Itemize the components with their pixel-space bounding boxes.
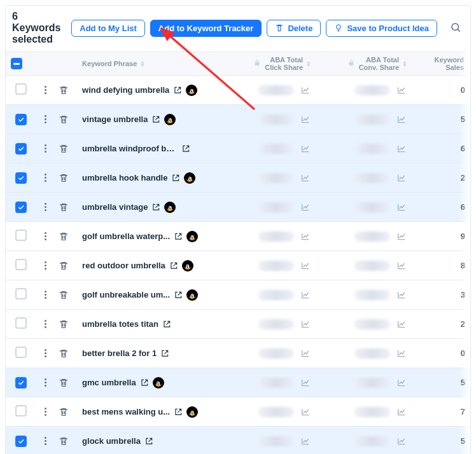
row-menu-button[interactable] xyxy=(42,115,49,123)
external-link-icon[interactable] xyxy=(174,232,183,241)
chart-icon[interactable] xyxy=(300,378,311,388)
row-menu-button[interactable] xyxy=(42,86,49,94)
col-header-aba-conv-share[interactable]: ABA TotalConv. Share xyxy=(316,52,412,76)
row-checkbox[interactable] xyxy=(15,202,27,213)
chart-icon[interactable] xyxy=(300,144,311,154)
amazon-icon[interactable]: a xyxy=(186,289,198,301)
row-delete-button[interactable] xyxy=(59,290,72,300)
row-checkbox[interactable] xyxy=(15,347,27,358)
chart-icon[interactable] xyxy=(300,436,311,446)
col-header-aba-click-share[interactable]: ABA TotalClick Share xyxy=(220,52,316,76)
add-to-keyword-tracker-button[interactable]: Add to Keyword Tracker xyxy=(150,20,262,37)
row-menu-button[interactable] xyxy=(42,144,49,153)
row-menu-button[interactable] xyxy=(42,320,49,328)
external-link-icon[interactable] xyxy=(151,203,160,212)
row-delete-button[interactable] xyxy=(59,144,72,154)
keyword-sales-value: 7 xyxy=(412,397,471,427)
chart-icon[interactable] xyxy=(300,85,311,95)
chart-icon[interactable] xyxy=(300,290,311,300)
row-checkbox[interactable] xyxy=(15,259,27,270)
row-checkbox[interactable] xyxy=(15,114,27,125)
row-checkbox[interactable] xyxy=(15,288,27,299)
chart-icon[interactable] xyxy=(300,407,311,417)
row-checkbox[interactable] xyxy=(15,83,27,95)
row-menu-button[interactable] xyxy=(42,174,49,182)
row-delete-button[interactable] xyxy=(59,85,72,95)
external-link-icon[interactable] xyxy=(174,408,183,416)
external-link-icon[interactable] xyxy=(174,291,183,299)
row-checkbox[interactable] xyxy=(15,317,27,329)
chart-icon[interactable] xyxy=(396,290,407,300)
chart-icon[interactable] xyxy=(396,407,407,417)
chart-icon[interactable] xyxy=(300,319,311,329)
external-link-icon[interactable] xyxy=(162,320,171,329)
amazon-icon[interactable]: a xyxy=(164,114,176,125)
chart-icon[interactable] xyxy=(396,436,407,446)
search-button[interactable] xyxy=(447,19,464,38)
row-delete-button[interactable] xyxy=(59,436,72,446)
row-menu-button[interactable] xyxy=(42,349,49,357)
row-menu-button[interactable] xyxy=(42,261,49,270)
row-menu-button[interactable] xyxy=(42,378,49,387)
col-header-keyword-phrase[interactable]: Keyword Phrase xyxy=(77,52,220,76)
row-checkbox[interactable] xyxy=(15,172,27,184)
amazon-icon[interactable]: a xyxy=(164,202,176,213)
lock-icon xyxy=(347,59,355,68)
amazon-icon[interactable]: a xyxy=(153,377,164,389)
external-link-icon[interactable] xyxy=(171,174,180,182)
chart-icon[interactable] xyxy=(300,261,311,271)
external-link-icon[interactable] xyxy=(173,86,182,95)
amazon-icon[interactable]: a xyxy=(186,406,198,418)
external-link-icon[interactable] xyxy=(151,115,160,124)
row-menu-button[interactable] xyxy=(42,291,49,299)
chart-icon[interactable] xyxy=(396,231,407,242)
chart-icon[interactable] xyxy=(396,85,407,95)
chart-icon[interactable] xyxy=(300,114,311,125)
chart-icon[interactable] xyxy=(396,319,407,329)
chart-icon[interactable] xyxy=(396,114,407,125)
row-delete-button[interactable] xyxy=(59,261,72,271)
row-delete-button[interactable] xyxy=(59,348,72,359)
save-to-product-idea-button[interactable]: Save to Product Idea xyxy=(326,20,437,37)
row-checkbox[interactable] xyxy=(15,405,27,416)
row-delete-button[interactable] xyxy=(59,378,72,388)
chart-icon[interactable] xyxy=(396,348,407,359)
external-link-icon[interactable] xyxy=(181,144,190,153)
row-menu-button[interactable] xyxy=(42,408,49,416)
row-delete-button[interactable] xyxy=(59,173,72,183)
chart-icon[interactable] xyxy=(396,173,407,183)
row-delete-button[interactable] xyxy=(59,231,72,242)
row-menu-button[interactable] xyxy=(42,437,49,445)
select-all-checkbox[interactable] xyxy=(11,58,22,69)
chart-icon[interactable] xyxy=(300,173,311,183)
row-checkbox[interactable] xyxy=(15,143,27,155)
external-link-icon[interactable] xyxy=(144,437,153,446)
external-link-icon[interactable] xyxy=(160,349,169,358)
delete-button[interactable]: Delete xyxy=(267,20,321,37)
row-delete-button[interactable] xyxy=(59,319,72,329)
chart-icon[interactable] xyxy=(396,202,407,212)
chart-icon[interactable] xyxy=(396,261,407,271)
row-menu-button[interactable] xyxy=(42,203,49,211)
external-link-icon[interactable] xyxy=(140,378,149,387)
row-delete-button[interactable] xyxy=(59,114,72,125)
row-checkbox[interactable] xyxy=(15,230,27,241)
add-to-my-list-button[interactable]: Add to My List xyxy=(71,20,145,37)
row-delete-button[interactable] xyxy=(59,407,72,417)
amazon-icon[interactable]: a xyxy=(182,260,193,272)
col-header-keyword-sales[interactable]: KeywordSales xyxy=(412,52,471,76)
row-checkbox[interactable] xyxy=(15,436,27,447)
amazon-icon[interactable]: a xyxy=(186,231,198,242)
row-delete-button[interactable] xyxy=(59,202,72,212)
blurred-value xyxy=(258,173,294,183)
chart-icon[interactable] xyxy=(396,378,407,388)
row-checkbox[interactable] xyxy=(15,377,27,389)
row-menu-button[interactable] xyxy=(42,232,49,240)
chart-icon[interactable] xyxy=(396,144,407,154)
chart-icon[interactable] xyxy=(300,231,311,242)
chart-icon[interactable] xyxy=(300,202,311,212)
amazon-icon[interactable]: a xyxy=(184,172,195,184)
external-link-icon[interactable] xyxy=(169,261,178,270)
amazon-icon[interactable]: a xyxy=(186,85,197,96)
chart-icon[interactable] xyxy=(300,348,311,359)
